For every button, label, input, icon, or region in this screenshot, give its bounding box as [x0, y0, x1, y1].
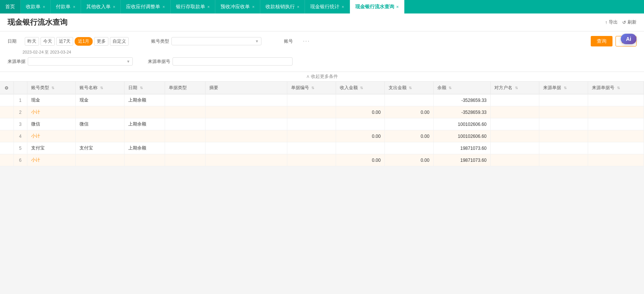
nav-bank-flow-label: 现金银行流水查询	[355, 3, 394, 10]
nav-adjustment[interactable]: 应收应付调整单 ×	[121, 0, 170, 13]
cell-counterparty	[491, 94, 539, 106]
nav-collection[interactable]: 收款核销执行 ×	[260, 0, 305, 13]
col-source-doc[interactable]: 来源单据 ⇅	[539, 82, 588, 94]
nav-bank-deposit[interactable]: 银行存取款单 ×	[171, 0, 215, 13]
cell-summary	[205, 94, 287, 106]
cell-source-doc	[539, 142, 588, 154]
cell-account-type: 支付宝	[27, 142, 76, 154]
date-label: 日期	[8, 38, 23, 45]
nav-other-income[interactable]: 其他收入单 ×	[81, 0, 121, 13]
cell-income	[336, 94, 384, 106]
header-actions: ↑ 导出 ↺ 刷新	[605, 19, 636, 25]
filter-row-2: 来源单据 ▾ 来源单据号	[8, 57, 636, 66]
nav-collection-label: 收款核销执行	[266, 3, 295, 10]
col-counterparty[interactable]: 对方户名 ⇅	[491, 82, 539, 94]
cell-seq: 5	[14, 142, 27, 154]
cell-balance: -3528659.33	[433, 106, 490, 118]
nav-other-income-close[interactable]: ×	[113, 4, 115, 9]
cell-seq: 2	[14, 106, 27, 118]
account-filter-group: 账号 ···	[284, 38, 311, 45]
source-doc-no-input[interactable]	[173, 57, 293, 66]
cell-date: 上期余额	[125, 94, 165, 106]
col-doc-no[interactable]: 单据编号 ⇅	[287, 82, 336, 94]
cell-doc-no	[287, 130, 336, 142]
nav-bank-deposit-close[interactable]: ×	[207, 4, 210, 9]
table-row: 6小计0.000.0019871073.60	[0, 154, 644, 166]
cell-doc-type	[165, 106, 206, 118]
page-header: 现金银行流水查询 ↑ 导出 ↺ 刷新	[0, 13, 644, 31]
col-gear[interactable]: ⚙	[0, 82, 14, 94]
cell-balance: 19871073.60	[433, 154, 490, 166]
col-account-name[interactable]: 账号名称 ⇅	[76, 82, 125, 94]
nav-pre-receipt-label: 预收冲应收单	[221, 3, 250, 10]
cell-date	[125, 106, 165, 118]
cell-source-doc-no	[588, 130, 644, 142]
col-account-type[interactable]: 账号类型 ⇅	[27, 82, 76, 94]
nav-receipt-close[interactable]: ×	[43, 4, 45, 9]
nav-bank-flow[interactable]: 现金银行流水查询 ×	[350, 0, 404, 13]
source-doc-no-filter-group: 来源单据号	[148, 57, 293, 66]
collapse-up-icon: ∧	[306, 74, 310, 79]
filter-row-1: 日期 昨天 今天 近7天 近1月 更多 自定义 账号类型 ▾ 账号 ···	[8, 36, 636, 46]
cell-summary	[205, 142, 287, 154]
collapse-bar[interactable]: ∧ 收起更多条件	[0, 72, 644, 82]
cell-income: 0.00	[336, 106, 384, 118]
nav-collection-close[interactable]: ×	[297, 4, 299, 9]
date-btn-1month[interactable]: 近1月	[75, 37, 93, 46]
table-header-row: ⚙ 账号类型 ⇅ 账号名称 ⇅ 日期 ⇅ 单据类型 摘要 单据编号 ⇅ 收入金额…	[0, 82, 644, 94]
source-doc-select[interactable]: ▾	[28, 57, 133, 66]
nav-home-label: 首页	[5, 3, 15, 10]
refresh-button[interactable]: ↺ 刷新	[622, 19, 636, 25]
col-summary: 摘要	[205, 82, 287, 94]
cell-gear	[0, 106, 14, 118]
ai-badge[interactable]: Ai	[621, 34, 636, 44]
account-type-select[interactable]: ▾	[171, 37, 261, 45]
cell-account-name: 现金	[76, 94, 125, 106]
cell-income: 0.00	[336, 130, 384, 142]
cell-source-doc-no	[588, 106, 644, 118]
nav-bank-stats-label: 现金银行统计	[310, 3, 339, 10]
col-date[interactable]: 日期 ⇅	[125, 82, 165, 94]
nav-payment-close[interactable]: ×	[73, 4, 75, 9]
cell-date: 上期余额	[125, 118, 165, 130]
cell-source-doc	[539, 118, 588, 130]
cell-expense: 0.00	[384, 154, 433, 166]
nav-bank-stats[interactable]: 现金银行统计 ×	[305, 0, 350, 13]
account-type-label: 账号类型	[151, 38, 169, 45]
date-btn-yesterday[interactable]: 昨天	[25, 37, 39, 46]
cell-source-doc-no	[588, 154, 644, 166]
export-button[interactable]: ↑ 导出	[605, 19, 618, 25]
date-btn-more[interactable]: 更多	[94, 37, 108, 46]
nav-receipt[interactable]: 收款单 ×	[21, 0, 51, 13]
cell-summary	[205, 130, 287, 142]
data-table-container: ⚙ 账号类型 ⇅ 账号名称 ⇅ 日期 ⇅ 单据类型 摘要 单据编号 ⇅ 收入金额…	[0, 82, 644, 166]
nav-home[interactable]: 首页	[0, 0, 21, 13]
date-range-text: 2023-02-24 至 2023-03-24	[23, 50, 71, 54]
col-income[interactable]: 收入金额 ⇅	[336, 82, 384, 94]
nav-payment[interactable]: 付款单 ×	[51, 0, 81, 13]
cell-account-name	[76, 106, 125, 118]
source-doc-filter-group: 来源单据 ▾	[8, 57, 133, 66]
export-label: 导出	[609, 19, 618, 25]
date-filter-group: 日期 昨天 今天 近7天 近1月 更多 自定义	[8, 37, 129, 46]
collapse-label: 收起更多条件	[311, 74, 338, 79]
date-btn-today[interactable]: 今天	[41, 37, 55, 46]
date-btn-7days[interactable]: 近7天	[56, 37, 73, 46]
cell-expense	[384, 142, 433, 154]
nav-bank-flow-close[interactable]: ×	[396, 4, 399, 9]
col-expense[interactable]: 支出金额 ⇅	[384, 82, 433, 94]
nav-pre-receipt-close[interactable]: ×	[252, 4, 254, 9]
account-dots[interactable]: ···	[301, 38, 311, 45]
cell-date	[125, 154, 165, 166]
date-btn-custom[interactable]: 自定义	[110, 37, 129, 46]
nav-bank-deposit-label: 银行存取款单	[176, 3, 205, 10]
query-button[interactable]: 查询	[591, 36, 612, 46]
nav-adjustment-close[interactable]: ×	[162, 4, 165, 9]
col-source-doc-no[interactable]: 来源单据号 ⇅	[588, 82, 644, 94]
nav-pre-receipt[interactable]: 预收冲应收单 ×	[215, 0, 260, 13]
col-balance[interactable]: 余额 ⇅	[433, 82, 490, 94]
nav-other-income-label: 其他收入单	[86, 3, 111, 10]
cell-doc-no	[287, 106, 336, 118]
source-doc-no-label: 来源单据号	[148, 58, 170, 65]
nav-bank-stats-close[interactable]: ×	[342, 4, 344, 9]
